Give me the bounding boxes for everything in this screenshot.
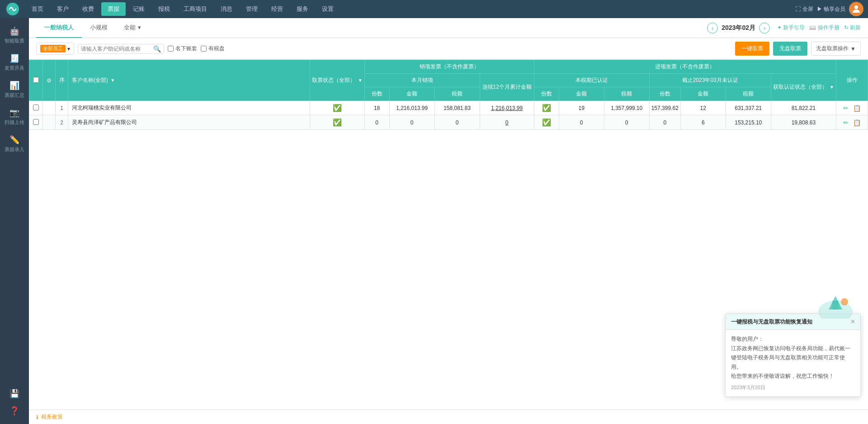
scan-upload-icon: 📷 [9,108,19,118]
th-sales-group: 销项发票（不含作废票） [364,60,534,74]
nav-customer[interactable]: 客户 [51,2,75,16]
th-purchase-period-count: 份数 [534,87,559,101]
tab-general-taxpayer[interactable]: 一般纳税人 [36,18,82,38]
tab-row-right-actions: ✦ 新手引导 📖 操作手册 ↻ 刷新 [777,24,861,32]
period-label: 2023年02月 [722,24,755,32]
th-sales-12month: 连续12个月累计金额 [480,74,534,101]
no-disk-ticket-button[interactable]: 无盘取票 [773,42,807,56]
edit-icon[interactable]: ✏ [843,105,849,112]
status-check-icon: ✅ [333,119,342,126]
tax-policy-link[interactable]: 税务政策 [41,413,63,421]
manual-link[interactable]: 📖 操作手册 [809,24,839,32]
fullscreen-button[interactable]: ⛶ 全屏 [795,5,813,13]
employee-tag: 全部员工 [40,45,66,52]
invoice-entry-icon: ✏️ [9,135,19,145]
select-all-checkbox[interactable] [33,77,39,83]
search-wrap: 🔍 [78,44,164,54]
user-avatar[interactable] [849,2,863,16]
period-next-button[interactable]: › [759,23,770,33]
nav-operation[interactable]: 经营 [265,2,289,16]
toolbar: 全部员工 ▾ 🔍 名下账套 有税盘 一键取票 无盘取票 无盘取票操作 ▼ [29,38,868,60]
nav-service[interactable]: 服务 [290,2,315,16]
view-icon[interactable]: 📋 [853,119,861,126]
sidebar-item-smart-ticket[interactable]: 🤖 智能取票 [0,23,29,48]
sales-12month-link[interactable]: 1,216,013.99 [491,105,523,111]
sidebar-item-invoice-issue[interactable]: 🧾 发票开具 [0,50,29,75]
search-icon[interactable]: 🔍 [153,45,161,52]
nav-accounting[interactable]: 记账 [127,2,151,16]
nav-invoice[interactable]: 票据 [101,2,126,16]
nav-message[interactable]: 消息 [214,2,239,16]
nav-settings[interactable]: 设置 [316,2,340,16]
th-purchase-group: 进项发票（不含作废票） [534,60,836,74]
one-click-ticket-button[interactable]: 一键取票 [735,42,769,56]
row-checkbox-cell[interactable] [29,115,43,130]
period-prev-button[interactable]: ‹ [707,23,718,33]
th-checkbox [29,60,43,101]
sidebar-item-scan-upload[interactable]: 📷 扫描上传 [0,104,29,129]
auth-filter-icon[interactable]: ▼ [830,85,834,90]
no-disk-ops-button[interactable]: 无盘取票操作 ▼ [811,42,861,56]
account-checkbox-label: 名下账套 [175,45,197,52]
edit-icon[interactable]: ✏ [843,119,849,126]
tax-disk-checkbox[interactable] [201,46,207,52]
employee-selector[interactable]: 全部员工 ▾ [36,43,74,55]
row-checkbox-cell[interactable] [29,101,43,115]
th-sales-count: 份数 [364,87,389,101]
refresh-link[interactable]: ↻ 刷新 [844,24,861,32]
tax-disk-checkbox-wrap[interactable]: 有税盘 [201,45,225,52]
nav-admin[interactable]: 管理 [240,2,264,16]
notification-close-button[interactable]: × [851,318,855,326]
nav-billing[interactable]: 收费 [76,2,100,16]
tab-row: 一般纳税人 小规模 全能 ▾ ‹ 2023年02月 › ✦ 新手引导 📖 操作手… [29,18,868,38]
nav-tax[interactable]: 报税 [152,2,176,16]
nav-home[interactable]: 首页 [25,2,50,16]
new-guide-link[interactable]: ✦ 新手引导 [777,24,805,32]
invoice-summary-icon: 📊 [9,81,19,91]
row-sales-amount: 0 [389,115,434,130]
sidebar-item-help[interactable]: ❓ [8,402,21,419]
account-checkbox-wrap[interactable]: 名下账套 [168,45,197,52]
nav-menu: 首页 客户 收费 票据 记账 报税 工商项目 消息 管理 经营 服务 设置 [25,2,795,16]
row-sales-12month: 0 [480,115,534,130]
row-sales-count: 18 [364,101,389,115]
tab-small-scale[interactable]: 小规模 [82,18,116,38]
sales-12month-link[interactable]: 0 [505,119,509,126]
purchase-auth-icon: ✅ [542,119,551,126]
row-checkbox[interactable] [33,119,39,125]
th-name: 客户名称(全部) ▼ [68,60,310,101]
notification-content: 江苏政务网已恢复访问电子税务局功能，易代账一键登陆电子税务局与无盘取票相关功能可… [731,344,855,372]
account-checkbox[interactable] [168,46,174,52]
row-num: 2 [56,115,68,130]
name-filter-icon[interactable]: ▼ [110,78,115,83]
purchase-auth-icon: ✅ [542,104,551,112]
row-name: 河北柯瑞桃实业有限公司 [68,101,310,115]
tax-policy-icon: ℹ [36,414,38,420]
th-sales-month-group: 本月销项 [364,74,480,87]
table-row: 1 河北柯瑞桃实业有限公司 ✅ 18 1,216,013.99 158,081.… [29,101,868,115]
tax-disk-checkbox-label: 有税盘 [208,45,225,52]
th-purchase-period-tax: 税额 [604,87,649,101]
th-sales-tax: 税额 [434,87,480,101]
sidebar-item-invoice-summary[interactable]: 📊 票据汇总 [0,77,29,102]
notification-header: 一键报税与无盘取票功能恢复通知 × [726,314,860,330]
tab-all[interactable]: 全能 ▾ [116,18,149,38]
row-checkbox[interactable] [33,105,39,110]
member-button[interactable]: ▶ 畅享会员 [817,5,845,13]
row-settings-cell [43,115,56,130]
top-right-actions: ⛶ 全屏 ▶ 畅享会员 [795,2,863,16]
top-navigation: 首页 客户 收费 票据 记账 报税 工商项目 消息 管理 经营 服务 设置 ⛶ … [0,0,868,18]
row-purchase-unauth-tax: 19,808.63 [771,115,836,130]
th-purchase-unauth-count: 份数 [649,87,680,101]
th-purchase-unauth-tax: 税额 [726,87,771,101]
row-actions: ✏ 📋 [836,101,868,115]
search-input[interactable] [81,46,153,52]
sidebar-item-download[interactable]: 💾 [8,385,21,402]
row-sales-count: 0 [364,115,389,130]
period-navigation: ‹ 2023年02月 › [707,23,770,33]
help-icon: ❓ [9,406,19,416]
nav-business[interactable]: 工商项目 [177,2,213,16]
sidebar-item-invoice-entry[interactable]: ✏️ 票据录入 [0,131,29,157]
view-icon[interactable]: 📋 [853,105,861,112]
status-filter-icon[interactable]: ▼ [358,78,363,83]
